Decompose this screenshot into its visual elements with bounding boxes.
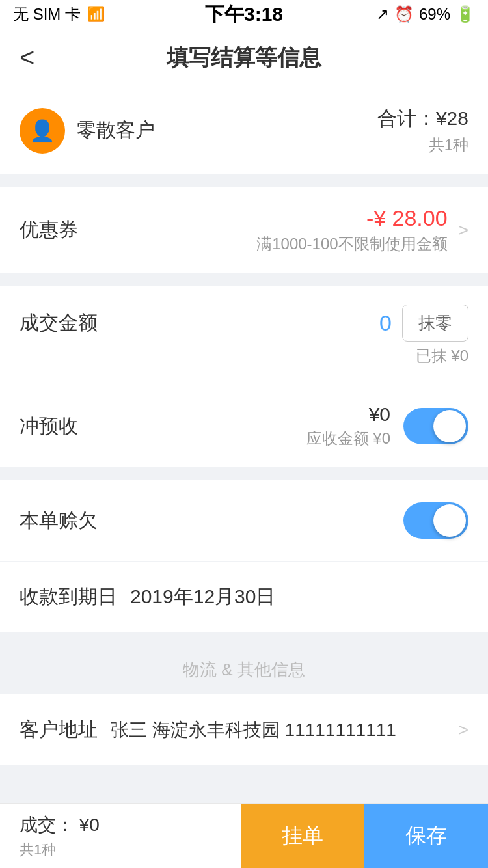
coupon-row[interactable]: 优惠券 -¥ 28.00 满1000-100不限制使用金额 > <box>0 187 488 273</box>
customer-name: 零散客户 <box>77 117 155 144</box>
avatar: 👤 <box>20 108 65 154</box>
duedate-label: 收款到期日 <box>20 584 117 610</box>
transaction-row: 成交金额 0 抹零 已抹 ¥0 <box>0 286 488 385</box>
transaction-right: 0 抹零 <box>379 305 468 342</box>
transaction-section: 成交金额 0 抹零 已抹 ¥0 冲预收 ¥0 应收金额 ¥0 <box>0 286 488 467</box>
logistics-divider: 物流 & 其他信息 <box>0 645 488 694</box>
transaction-sub: 已抹 ¥0 <box>20 346 468 366</box>
round-button[interactable]: 抹零 <box>402 305 468 342</box>
status-bar: 无 SIM 卡 📶 下午3:18 ↗ ⏰ 69% 🔋 <box>0 0 488 29</box>
duedate-value: 2019年12月30日 <box>130 584 275 610</box>
customer-row: 👤 零散客户 合计：¥28 共1种 <box>0 87 488 174</box>
gap-4 <box>0 632 488 645</box>
avatar-icon: 👤 <box>29 118 55 143</box>
back-button[interactable]: < <box>20 43 34 72</box>
prepay-receivable: 应收金额 ¥0 <box>306 428 390 449</box>
item-count: 共1种 <box>377 135 468 156</box>
transaction-label: 成交金额 <box>20 310 98 336</box>
bottom-transaction-label: 成交： <box>20 815 74 835</box>
divider-line-left <box>20 670 170 670</box>
bottom-transaction-line: 成交： ¥0 <box>20 813 221 837</box>
coupon-label: 优惠券 <box>20 217 78 243</box>
status-time: 下午3:18 <box>205 1 283 28</box>
coupon-chevron: > <box>458 220 468 241</box>
prepay-row: 冲预收 ¥0 应收金额 ¥0 <box>0 385 488 467</box>
battery-icon: 🔋 <box>455 5 475 23</box>
page-title: 填写结算等信息 <box>167 43 321 73</box>
coupon-right: -¥ 28.00 满1000-100不限制使用金额 > <box>256 206 468 254</box>
location-icon: ↗ <box>376 5 389 23</box>
status-right: ↗ ⏰ 69% 🔋 <box>376 5 475 23</box>
gap-3 <box>0 467 488 480</box>
transaction-top: 成交金额 0 抹零 <box>20 305 468 342</box>
address-section: 客户地址 张三 海淀永丰科技园 11111111111 > <box>0 694 488 765</box>
bottom-transaction-value: ¥0 <box>79 815 100 835</box>
credit-toggle[interactable] <box>403 502 468 539</box>
coupon-value: -¥ 28.00 满1000-100不限制使用金额 <box>256 206 447 254</box>
credit-section: 本单赊欠 收款到期日 2019年12月30日 <box>0 480 488 632</box>
credit-label: 本单赊欠 <box>20 508 98 534</box>
total-amount: 合计：¥28 <box>377 105 468 132</box>
save-button[interactable]: 保存 <box>364 804 488 869</box>
transaction-value: 0 <box>379 310 392 336</box>
gap-2 <box>0 273 488 286</box>
address-chevron: > <box>458 720 468 740</box>
prepay-top: 冲预收 ¥0 应收金额 ¥0 <box>20 403 468 449</box>
wifi-icon: 📶 <box>87 6 105 23</box>
bottom-bar: 成交： ¥0 共1种 挂单 保存 <box>0 803 488 868</box>
bottom-summary: 成交： ¥0 共1种 <box>0 813 241 860</box>
alarm-icon: ⏰ <box>394 5 414 23</box>
prepay-values: ¥0 应收金额 ¥0 <box>306 403 390 449</box>
carrier-label: 无 SIM 卡 <box>13 4 81 25</box>
duedate-row: 收款到期日 2019年12月30日 <box>0 561 488 632</box>
logistics-label: 物流 & 其他信息 <box>183 658 305 681</box>
bottom-item-count: 共1种 <box>20 840 221 860</box>
credit-toggle-knob <box>433 504 466 537</box>
toggle-knob <box>433 410 466 442</box>
status-left: 无 SIM 卡 📶 <box>13 4 105 25</box>
address-label: 客户地址 <box>20 716 98 743</box>
coupon-desc: 满1000-100不限制使用金额 <box>256 234 447 254</box>
customer-right: 合计：¥28 共1种 <box>377 105 468 156</box>
customer-section: 👤 零散客户 合计：¥28 共1种 <box>0 87 488 174</box>
prepay-right: ¥0 应收金额 ¥0 <box>306 403 468 449</box>
gap-1 <box>0 174 488 187</box>
pending-button[interactable]: 挂单 <box>241 804 364 869</box>
address-value: 张三 海淀永丰科技园 11111111111 <box>111 718 458 742</box>
nav-bar: < 填写结算等信息 <box>0 29 488 87</box>
prepay-label: 冲预收 <box>20 413 78 440</box>
coupon-amount: -¥ 28.00 <box>256 206 447 231</box>
divider-line-right <box>318 670 468 670</box>
customer-left: 👤 零散客户 <box>20 108 155 154</box>
battery-label: 69% <box>419 5 450 23</box>
credit-row: 本单赊欠 <box>0 480 488 561</box>
coupon-section: 优惠券 -¥ 28.00 满1000-100不限制使用金额 > <box>0 187 488 273</box>
prepay-amount: ¥0 <box>306 403 390 426</box>
prepay-toggle[interactable] <box>403 408 468 444</box>
address-row[interactable]: 客户地址 张三 海淀永丰科技园 11111111111 > <box>0 694 488 765</box>
